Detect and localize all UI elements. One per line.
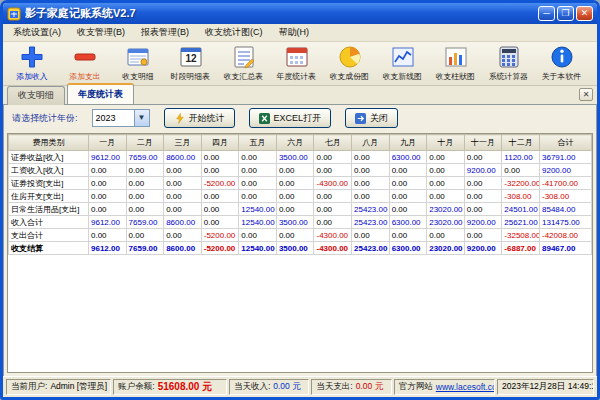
table-row[interactable]: 住房开支[支出]0.000.000.000.000.000.000.000.00… — [9, 190, 592, 203]
toolbar-about-button[interactable]: 关于本软件 — [535, 43, 588, 84]
value-cell: 36791.00 — [540, 151, 592, 164]
value-cell: 9612.00 — [89, 151, 127, 164]
value-cell: 0.00 — [126, 229, 164, 242]
column-header: 费用类别 — [9, 135, 89, 151]
value-cell: -4300.00 — [314, 242, 352, 255]
year-value: 2023 — [93, 113, 134, 123]
user-value: Admin [管理员] — [50, 381, 107, 393]
status-balance: 账户余额: 51608.00 元 — [113, 379, 227, 395]
value-cell: 6300.00 — [389, 151, 427, 164]
table-row[interactable]: 收支结算9612.007659.008600.00-5200.0012540.0… — [9, 242, 592, 255]
toolbar-label: 添加收入 — [16, 71, 47, 82]
table-row[interactable]: 日常生活用品[支出]0.000.000.000.0012540.000.000.… — [9, 203, 592, 216]
value-cell: 0.00 — [89, 203, 127, 216]
income-expense-detail-icon — [125, 44, 151, 70]
value-cell: 23020.00 — [427, 203, 465, 216]
menu-reports[interactable]: 报表管理(B) — [133, 24, 197, 41]
value-cell: 0.00 — [201, 151, 239, 164]
value-cell: 9200.00 — [540, 164, 592, 177]
toolbar-add-income-button[interactable]: 添加收入 — [5, 43, 58, 84]
tab-annual-statistics[interactable]: 年度统计表 — [67, 83, 134, 104]
value-cell: 0.00 — [427, 164, 465, 177]
value-cell: -32508.00 — [502, 229, 540, 242]
category-cell: 工资收入[收入] — [9, 164, 89, 177]
value-cell: 0.00 — [201, 203, 239, 216]
menu-system-settings[interactable]: 系统设置(A) — [5, 24, 69, 41]
value-cell: -4300.00 — [314, 229, 352, 242]
value-cell: 0.00 — [89, 229, 127, 242]
app-window: 影子家庭记账系统V2.7 ─ ❐ ✕ 系统设置(A) 收支管理(B) 报表管理(… — [0, 0, 600, 400]
table-row[interactable]: 证券收益[收入]9612.007659.008600.000.000.00350… — [9, 151, 592, 164]
table-row[interactable]: 工资收入[收入]0.000.000.000.000.000.000.000.00… — [9, 164, 592, 177]
value-cell: 8600.00 — [164, 151, 202, 164]
menu-charts[interactable]: 收支统计图(C) — [197, 24, 271, 41]
value-cell: 6300.00 — [389, 216, 427, 229]
menu-help[interactable]: 帮助(H) — [271, 24, 318, 41]
value-cell: 9200.00 — [464, 216, 502, 229]
column-header: 三月 — [164, 135, 202, 151]
close-button[interactable]: ✕ — [576, 6, 593, 21]
value-cell: 9612.00 — [89, 216, 127, 229]
chevron-down-icon[interactable]: ▼ — [134, 110, 149, 126]
value-cell: 131475.00 — [540, 216, 592, 229]
pie-chart-icon — [337, 44, 363, 70]
site-link[interactable]: www.lacesoft.com — [436, 382, 495, 392]
value-cell: 0.00 — [427, 151, 465, 164]
toolbar-add-expense-button[interactable]: 添加支出 — [58, 43, 111, 84]
value-cell: -308.00 — [502, 190, 540, 203]
svg-text:12: 12 — [185, 53, 197, 64]
table-row[interactable]: 收入合计9612.007659.008600.000.0012540.00350… — [9, 216, 592, 229]
value-cell: 85484.00 — [540, 203, 592, 216]
value-cell: 0.00 — [89, 190, 127, 203]
tab-strip: 收支明细 年度统计表 ✕ — [3, 86, 597, 105]
tab-income-expense-detail[interactable]: 收支明细 — [7, 86, 65, 105]
category-cell: 收入合计 — [9, 216, 89, 229]
close-panel-button[interactable]: 关闭 — [345, 108, 398, 128]
column-header: 十二月 — [502, 135, 540, 151]
table-row[interactable]: 证券投资[支出]0.000.000.00-5200.000.000.00-430… — [9, 177, 592, 190]
exit-icon — [355, 113, 366, 124]
about-info-icon — [549, 44, 575, 70]
category-cell: 证券收益[收入] — [9, 151, 89, 164]
today-expense-label: 当天支出: — [316, 381, 352, 393]
value-cell: 7659.00 — [126, 242, 164, 255]
value-cell: -5200.00 — [201, 242, 239, 255]
toolbar-period-detail-button[interactable]: 12 时段明细表 — [164, 43, 217, 84]
excel-icon — [259, 113, 270, 124]
toolbar-summary-table-button[interactable]: 收支汇总表 — [217, 43, 270, 84]
menu-income-expense[interactable]: 收支管理(B) — [69, 24, 133, 41]
value-cell: 0.00 — [464, 203, 502, 216]
toolbar-pie-chart-button[interactable]: 收支成份图 — [323, 43, 376, 84]
value-cell: -32200.00 — [502, 177, 540, 190]
value-cell: 0.00 — [239, 151, 277, 164]
maximize-button[interactable]: ❐ — [557, 6, 574, 21]
value-cell: 0.00 — [352, 151, 390, 164]
excel-open-button[interactable]: EXCEL打开 — [249, 108, 332, 128]
close-panel-label: 关闭 — [370, 112, 388, 125]
site-label: 官方网站 — [399, 381, 433, 393]
tab-close-button[interactable]: ✕ — [579, 88, 593, 101]
value-cell: 25423.00 — [352, 216, 390, 229]
table-row[interactable]: 支出合计0.000.000.00-5200.000.000.00-4300.00… — [9, 229, 592, 242]
column-header: 五月 — [239, 135, 277, 151]
value-cell: 0.00 — [201, 190, 239, 203]
value-cell: 12540.00 — [239, 242, 277, 255]
value-cell: -42008.00 — [540, 229, 592, 242]
report-table-body: 证券收益[收入]9612.007659.008600.000.000.00350… — [9, 151, 592, 255]
value-cell: 0.00 — [126, 203, 164, 216]
start-statistics-button[interactable]: 开始统计 — [164, 108, 235, 128]
toolbar-annual-table-button[interactable]: 年度统计表 — [270, 43, 323, 84]
status-today-expense: 当天支出: 0.00 元 — [311, 379, 391, 395]
value-cell: 0.00 — [427, 190, 465, 203]
toolbar-line-chart-button[interactable]: 收支新线图 — [376, 43, 429, 84]
toolbar-detail-button[interactable]: 收支明细 — [111, 43, 164, 84]
value-cell: -5200.00 — [201, 229, 239, 242]
year-select[interactable]: 2023 ▼ — [92, 109, 150, 127]
minimize-button[interactable]: ─ — [538, 6, 555, 21]
toolbar-bar-chart-button[interactable]: 收支柱狀图 — [429, 43, 482, 84]
column-header: 十一月 — [464, 135, 502, 151]
toolbar-calculator-button[interactable]: 系统计算器 — [482, 43, 535, 84]
value-cell: 0.00 — [126, 177, 164, 190]
value-cell: 0.00 — [464, 177, 502, 190]
value-cell: 25621.00 — [502, 216, 540, 229]
